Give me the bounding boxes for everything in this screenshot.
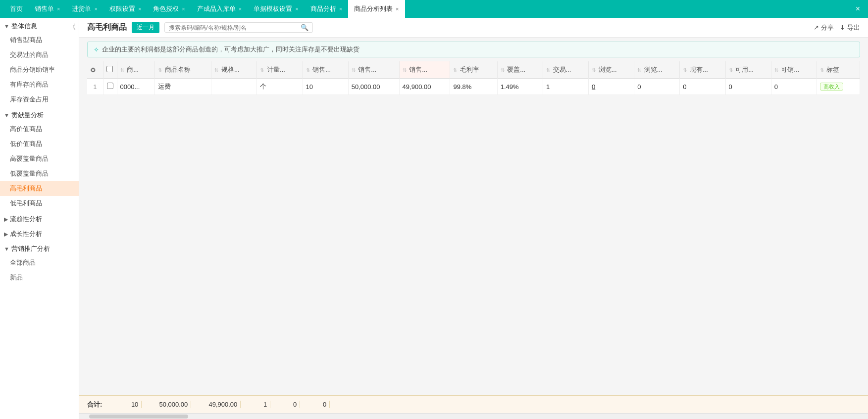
share-icon: ↗ xyxy=(814,24,819,31)
export-button[interactable]: ⬇ 导出 xyxy=(840,23,860,32)
filter-recent-month-button[interactable]: 近一月 xyxy=(132,22,159,33)
cell-code: 0000... xyxy=(117,79,155,95)
col-code-header[interactable]: ⇅ 商... xyxy=(117,61,155,79)
col-unit-header[interactable]: ⇅ 计量... xyxy=(257,61,303,79)
sidebar-group-growth[interactable]: ▶ 成长性分析 xyxy=(0,226,79,240)
col-browse2-header[interactable]: ⇅ 浏览... xyxy=(634,61,680,79)
table-container: ⚙ ⇅ 商... ⇅ 商品名称 xyxy=(79,61,868,395)
nav-template-settings[interactable]: 单据模板设置 × xyxy=(248,0,304,18)
search-icon[interactable]: 🔍 xyxy=(301,24,308,31)
close-template-tab[interactable]: × xyxy=(295,6,298,12)
sidebar-item-distribution-rate[interactable]: 商品分销助销率 xyxy=(0,62,79,77)
sidebar-item-high-value[interactable]: 高价值商品 xyxy=(0,122,79,137)
sort-icon-spec: ⇅ xyxy=(214,67,218,73)
sidebar-group-trend[interactable]: ▶ 流趋性分析 xyxy=(0,211,79,226)
col-gross-margin-header[interactable]: ⇅ 毛利率 xyxy=(450,61,497,79)
close-permission-tab[interactable]: × xyxy=(138,6,141,12)
sort-icon-available-stock: ⇅ xyxy=(729,67,733,73)
col-checkbox xyxy=(103,61,117,79)
cell-sales-amount: 50,000.00 xyxy=(348,79,399,95)
main-layout: 《 ▼ 整体信息 销售型商品 交易过的商品 商品分销助销率 有库存的商品 库存资… xyxy=(0,18,868,419)
cell-browse1[interactable]: 0 xyxy=(589,79,634,95)
close-analysis-tab[interactable]: × xyxy=(339,6,342,12)
nav-sales[interactable]: 销售单 × xyxy=(29,0,66,18)
col-tag-header[interactable]: ⇅ 标签 xyxy=(817,61,860,79)
content-area: 高毛利商品 近一月 🔍 ↗ 分享 ⬇ 导出 ✧ 企业的主要的利润都是这部分商品创… xyxy=(79,18,868,419)
sidebar-item-low-value[interactable]: 低价值商品 xyxy=(0,137,79,151)
cell-tag: 高收入 xyxy=(817,79,860,95)
sidebar-item-stocked-goods[interactable]: 有库存的商品 xyxy=(0,77,79,92)
sidebar-item-sales-goods[interactable]: 销售型商品 xyxy=(0,33,79,47)
sidebar-item-new-goods[interactable]: 新品 xyxy=(0,270,79,285)
cell-browse2: 0 xyxy=(634,79,680,95)
footer-cell-sales-amount: 50,000.00 xyxy=(142,401,191,408)
row-checkbox[interactable] xyxy=(107,83,113,89)
col-available-stock-header[interactable]: ⇅ 可用... xyxy=(725,61,771,79)
nav-product-inbound[interactable]: 产成品入库单 × xyxy=(191,0,248,18)
sort-icon-unit: ⇅ xyxy=(260,67,264,73)
col-spec-header[interactable]: ⇅ 规格... xyxy=(211,61,257,79)
sort-icon-gross-margin: ⇅ xyxy=(453,67,457,73)
nav-home[interactable]: 首页 xyxy=(4,0,29,18)
cell-name: 运费 xyxy=(155,79,211,95)
nav-product-analysis-list[interactable]: 商品分析列表 × xyxy=(348,0,405,18)
header-actions: ↗ 分享 ⬇ 导出 xyxy=(814,23,860,32)
select-all-checkbox[interactable] xyxy=(106,66,113,72)
sidebar: 《 ▼ 整体信息 销售型商品 交易过的商品 商品分销助销率 有库存的商品 库存资… xyxy=(0,18,79,419)
sidebar-item-low-coverage[interactable]: 低覆盖量商品 xyxy=(0,166,79,181)
close-all-button[interactable]: × xyxy=(852,4,864,13)
cell-trade: 1 xyxy=(543,79,588,95)
sort-icon-browse1: ⇅ xyxy=(592,67,596,73)
arrow-marketing: ▼ xyxy=(4,246,9,252)
cell-gross-margin: 99.8% xyxy=(450,79,497,95)
footer-label: 合计: xyxy=(87,400,102,409)
close-analysis-list-tab[interactable]: × xyxy=(396,6,399,12)
col-current-stock-header[interactable]: ⇅ 现有... xyxy=(680,61,725,79)
scrollbar-thumb[interactable] xyxy=(89,415,188,419)
nav-role[interactable]: 角色授权 × xyxy=(147,0,191,18)
sidebar-item-low-margin[interactable]: 低毛利商品 xyxy=(0,196,79,211)
col-coverage-header[interactable]: ⇅ 覆盖... xyxy=(497,61,543,79)
nav-purchase[interactable]: 进货单 × xyxy=(66,0,103,18)
col-name-header[interactable]: ⇅ 商品名称 xyxy=(155,61,211,79)
col-sales-amount-header[interactable]: ⇅ 销售... xyxy=(348,61,399,79)
close-sales-tab[interactable]: × xyxy=(57,6,60,12)
nav-product-analysis[interactable]: 商品分析 × xyxy=(305,0,348,18)
close-role-tab[interactable]: × xyxy=(182,6,185,12)
footer-cell-trade: 1 xyxy=(241,401,270,408)
share-button[interactable]: ↗ 分享 xyxy=(814,23,834,32)
col-browse1-header[interactable]: ⇅ 浏览... xyxy=(589,61,634,79)
sidebar-item-stock-capital[interactable]: 库存资金占用 xyxy=(0,92,79,107)
nav-permission[interactable]: 权限设置 × xyxy=(103,0,147,18)
sort-icon-saleable: ⇅ xyxy=(774,67,778,73)
close-purchase-tab[interactable]: × xyxy=(94,6,97,12)
sidebar-item-high-coverage[interactable]: 高覆盖量商品 xyxy=(0,151,79,166)
sidebar-item-traded-goods[interactable]: 交易过的商品 xyxy=(0,47,79,62)
info-icon: ✧ xyxy=(94,46,99,53)
sidebar-group-marketing[interactable]: ▼ 营销推广分析 xyxy=(0,240,79,255)
footer-bar: 合计: 10 50,000.00 49,900.00 1 0 0 xyxy=(79,395,868,413)
horizontal-scrollbar[interactable] xyxy=(79,413,868,419)
sidebar-group-overall[interactable]: ▼ 整体信息 xyxy=(0,18,79,33)
close-product-inbound-tab[interactable]: × xyxy=(239,6,242,12)
col-trade-header[interactable]: ⇅ 交易... xyxy=(543,61,588,79)
sidebar-collapse-button[interactable]: 《 xyxy=(69,23,76,32)
col-sales-profit-header[interactable]: ⇅ 销售... xyxy=(399,61,450,79)
data-table: ⚙ ⇅ 商... ⇅ 商品名称 xyxy=(87,61,860,95)
sidebar-item-high-margin[interactable]: 高毛利商品 xyxy=(0,181,79,196)
col-settings[interactable]: ⚙ xyxy=(87,61,103,79)
sort-icon-name: ⇅ xyxy=(158,67,162,73)
search-input[interactable] xyxy=(169,24,301,31)
sidebar-group-contribution[interactable]: ▼ 贡献量分析 xyxy=(0,107,79,122)
sort-icon-trade: ⇅ xyxy=(546,67,550,73)
top-navigation: 首页 销售单 × 进货单 × 权限设置 × 角色授权 × 产成品入库单 × 单据… xyxy=(0,0,868,18)
sidebar-item-all-goods[interactable]: 全部商品 xyxy=(0,255,79,270)
col-sales-qty-header[interactable]: ⇅ 销售... xyxy=(303,61,348,79)
search-box: 🔍 xyxy=(164,22,313,33)
footer-cell-available-stock: 0 xyxy=(300,401,330,408)
cell-sales-qty: 10 xyxy=(303,79,348,95)
sort-icon-code: ⇅ xyxy=(120,67,124,73)
cell-current-stock: 0 xyxy=(680,79,725,95)
settings-icon: ⚙ xyxy=(90,66,96,74)
col-saleable-header[interactable]: ⇅ 可销... xyxy=(771,61,817,79)
